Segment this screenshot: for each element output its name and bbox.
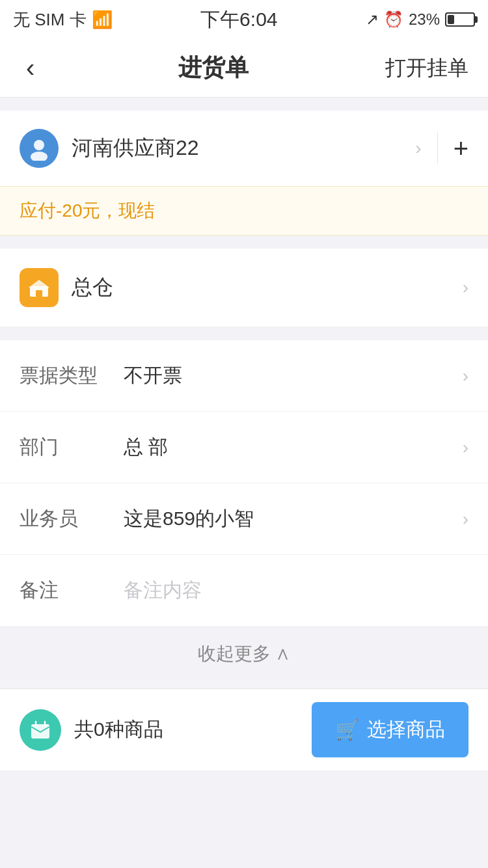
- supplier-chevron-icon: ›: [415, 138, 421, 159]
- supplier-row[interactable]: 河南供应商22 › +: [0, 111, 488, 186]
- wifi-icon: 📶: [92, 10, 113, 30]
- form-card: 票据类型 不开票 › 部门 总 部 › 业务员 这是859的小智 › 备注 备注…: [0, 340, 488, 626]
- page-title: 进货单: [178, 52, 249, 84]
- open-pending-button[interactable]: 打开挂单: [385, 54, 468, 83]
- warehouse-chevron-icon: ›: [463, 277, 468, 298]
- svg-point-1: [31, 152, 47, 161]
- collapse-label: 收起更多 ∧: [198, 644, 291, 664]
- select-product-label: 选择商品: [367, 716, 445, 743]
- remark-input[interactable]: 备注内容: [111, 577, 468, 604]
- salesperson-label: 业务员: [20, 506, 111, 532]
- svg-marker-3: [29, 280, 49, 288]
- carrier-text: 无 SIM 卡: [13, 8, 87, 31]
- supplier-name: 河南供应商22: [72, 134, 415, 163]
- invoice-type-label: 票据类型: [20, 362, 111, 389]
- alarm-icon: ⏰: [384, 10, 403, 29]
- add-button[interactable]: +: [454, 134, 468, 163]
- select-product-icon: 🛒: [335, 718, 359, 741]
- department-value: 总 部: [111, 434, 463, 461]
- salesperson-value: 这是859的小智: [111, 506, 463, 532]
- salesperson-chevron-icon: ›: [463, 509, 468, 530]
- supplier-card: 河南供应商22 › + 应付-20元，现结: [0, 111, 488, 236]
- warehouse-label: 总仓: [72, 273, 463, 302]
- status-time: 下午6:04: [200, 7, 277, 33]
- status-bar: 无 SIM 卡 📶 下午6:04 ↗ ⏰ 23%: [0, 0, 488, 39]
- supplier-avatar: [20, 129, 59, 168]
- status-left: 无 SIM 卡 📶: [13, 8, 113, 31]
- battery-icon: [445, 12, 475, 27]
- notice-banner: 应付-20元，现结: [0, 186, 488, 236]
- remark-row[interactable]: 备注 备注内容: [0, 555, 488, 626]
- collapse-toggle[interactable]: 收起更多 ∧: [0, 626, 488, 682]
- notice-text: 应付-20元，现结: [20, 200, 155, 221]
- invoice-type-chevron-icon: ›: [463, 366, 468, 387]
- warehouse-row[interactable]: 总仓 ›: [0, 249, 488, 327]
- warehouse-icon-wrap: [20, 268, 59, 307]
- status-right: ↗ ⏰ 23%: [366, 10, 475, 29]
- remark-label: 备注: [20, 577, 111, 604]
- battery-text: 23%: [409, 10, 440, 29]
- product-count-label: 共0种商品: [74, 716, 312, 743]
- department-label: 部门: [20, 434, 111, 461]
- location-icon: ↗: [366, 10, 379, 29]
- department-row[interactable]: 部门 总 部 ›: [0, 412, 488, 483]
- select-product-button[interactable]: 🛒 选择商品: [312, 702, 468, 757]
- section-spacer-4: [0, 682, 488, 688]
- section-spacer-3: [0, 327, 488, 340]
- invoice-type-value: 不开票: [111, 362, 463, 389]
- nav-bar: ‹ 进货单 打开挂单: [0, 39, 488, 98]
- invoice-type-row[interactable]: 票据类型 不开票 ›: [0, 340, 488, 412]
- salesperson-row[interactable]: 业务员 这是859的小智 ›: [0, 483, 488, 555]
- bottom-bar: 共0种商品 🛒 选择商品: [0, 688, 488, 770]
- warehouse-card: 总仓 ›: [0, 249, 488, 327]
- section-spacer-1: [0, 98, 488, 111]
- section-spacer-2: [0, 236, 488, 249]
- back-button[interactable]: ‹: [20, 47, 41, 89]
- department-chevron-icon: ›: [463, 437, 468, 458]
- product-icon-wrap: [20, 709, 61, 751]
- divider: [437, 132, 438, 165]
- svg-rect-4: [36, 290, 42, 297]
- svg-point-0: [34, 140, 44, 150]
- background-fill: [0, 770, 488, 868]
